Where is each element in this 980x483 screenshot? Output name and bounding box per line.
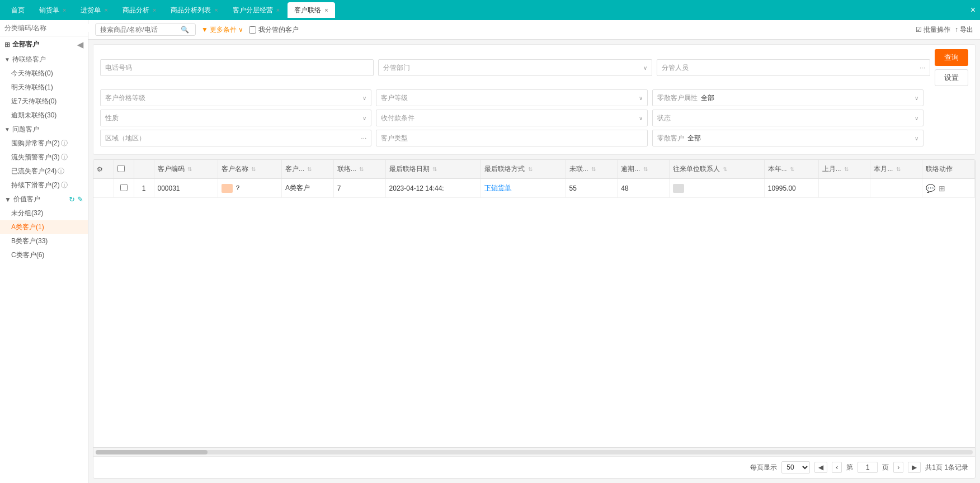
region-dots[interactable]: ··· xyxy=(361,134,366,142)
my-customers-filter[interactable]: 我分管的客户 xyxy=(249,25,299,35)
refresh-icon[interactable]: ↻ xyxy=(69,195,75,203)
main-search-icon[interactable]: 🔍 xyxy=(181,26,189,34)
close-analysis-list-tab[interactable]: × xyxy=(214,7,218,13)
tab-analysis[interactable]: 商品分析 × xyxy=(116,2,163,18)
filter-retail-attr[interactable]: 零散客户属性 全部 ∨ xyxy=(652,89,924,106)
col-no-contact[interactable]: 未联... ⇅ xyxy=(566,160,618,179)
export-btn[interactable]: ↑ 导出 xyxy=(955,25,973,35)
more-conditions-btn[interactable]: ▼ 更多条件 ∨ xyxy=(201,25,243,35)
filter-person[interactable]: 分管人员 ··· xyxy=(657,59,930,76)
close-analysis-tab[interactable]: × xyxy=(153,7,156,13)
prev-page-btn[interactable]: ‹ xyxy=(832,462,842,473)
select-all-checkbox[interactable] xyxy=(117,165,125,172)
close-customer-layer-tab[interactable]: × xyxy=(276,7,280,13)
page-suffix: 页 xyxy=(882,463,889,472)
all-customers-header[interactable]: ⊞ 全部客户 ◀ xyxy=(0,36,88,53)
row-unit-contact xyxy=(670,179,765,198)
sidebar-item-week[interactable]: 近7天待联络(0) xyxy=(0,94,88,108)
row-last-method[interactable]: 下销货单 xyxy=(481,179,566,198)
sidebar-item-overdue[interactable]: 逾期未联络(30) xyxy=(0,108,88,122)
phone-label: 电话号码 xyxy=(105,63,132,73)
row-select-checkbox[interactable] xyxy=(120,184,128,191)
col-last-date[interactable]: 最后联络日期 ⇅ xyxy=(385,160,481,179)
sort-no-contact-icon: ⇅ xyxy=(591,166,596,172)
next-page-btn[interactable]: › xyxy=(893,462,903,473)
filter-price-level[interactable]: 客户价格等级 ∨ xyxy=(100,89,371,106)
export-icon: ↑ xyxy=(955,26,958,34)
tab-customer-layer[interactable]: 客户分层经营 × xyxy=(226,2,286,18)
close-purchase-tab[interactable]: × xyxy=(104,7,107,13)
sidebar-search-input[interactable] xyxy=(4,24,88,32)
sidebar-item-c-class[interactable]: C类客户(6) xyxy=(0,248,88,262)
col-type[interactable]: 客户... ⇅ xyxy=(282,160,334,179)
sidebar-item-a-class[interactable]: A类客户(1) xyxy=(0,220,88,234)
sidebar-item-tomorrow[interactable]: 明天待联络(1) xyxy=(0,80,88,94)
filter-row-1: 电话号码 分管部门 ∨ 分管人员 ··· 查询 设置 xyxy=(100,49,968,86)
filter-dept[interactable]: 分管部门 ∨ xyxy=(378,59,652,76)
close-customer-contact-tab[interactable]: × xyxy=(324,7,328,13)
query-button[interactable]: 查询 xyxy=(935,49,968,66)
tab-customer-contact[interactable]: 客户联络 × xyxy=(288,2,334,18)
tab-analysis-list[interactable]: 商品分析列表 × xyxy=(164,2,224,18)
col-name[interactable]: 客户名称 ⇅ xyxy=(218,160,281,179)
sidebar-item-abnormal[interactable]: 囤购异常客户(2) ⓘ xyxy=(0,136,88,150)
filter-status[interactable]: 状态 ∨ xyxy=(652,110,924,126)
last-method-link[interactable]: 下销货单 xyxy=(484,184,511,192)
page-size-select[interactable]: 50 100 200 xyxy=(781,461,810,473)
comment-icon[interactable]: 💬 xyxy=(926,184,935,193)
col-last-method[interactable]: 最后联络方式 ⇅ xyxy=(481,160,566,179)
filter-retail[interactable]: 零散客户 全部 ∨ xyxy=(652,130,924,146)
close-all-tabs[interactable]: × xyxy=(970,5,976,15)
nature-arrow: ∨ xyxy=(362,115,366,121)
group-value[interactable]: ▼ 价值客户 ↻ ✎ xyxy=(0,192,88,206)
col-this-month[interactable]: 本月... ⇅ xyxy=(870,160,922,179)
qr-icon[interactable]: ⊞ xyxy=(939,184,945,193)
chevron-down-icon: ∨ xyxy=(238,26,243,34)
sidebar-item-decline[interactable]: 持续下滑客户(2) ⓘ xyxy=(0,178,88,192)
first-page-btn[interactable]: ◀ xyxy=(814,462,827,473)
page-number-input[interactable] xyxy=(858,462,878,473)
col-contact[interactable]: 联络... ⇅ xyxy=(333,160,385,179)
row-contact: 7 xyxy=(333,179,385,198)
filter-row-3: 性质 ∨ 收付款条件 ∨ 状态 ∨ xyxy=(100,110,968,126)
sort-month-icon: ⇅ xyxy=(896,166,901,172)
sidebar-item-unclassified[interactable]: 未分组(32) xyxy=(0,206,88,220)
col-unit-contact[interactable]: 往来单位联系人 ⇅ xyxy=(670,160,765,179)
horizontal-scrollbar[interactable] xyxy=(93,447,975,456)
last-page-btn[interactable]: ▶ xyxy=(908,462,921,473)
retail-arrow: ∨ xyxy=(915,135,918,141)
tab-home[interactable]: 首页 xyxy=(4,2,31,18)
edit-icon[interactable]: ✎ xyxy=(77,195,83,203)
col-settings[interactable]: ⚙ xyxy=(93,160,114,179)
filter-customer-level[interactable]: 客户等级 ∨ xyxy=(376,89,647,106)
badge-warning: ⓘ xyxy=(61,153,68,162)
filter-nature[interactable]: 性质 ∨ xyxy=(100,110,371,126)
col-this-year[interactable]: 本年... ⇅ xyxy=(764,160,818,179)
group-problem[interactable]: ▼ 问题客户 xyxy=(0,122,88,136)
customer-type-label: 客户类型 xyxy=(381,134,408,143)
settings-button[interactable]: 设置 xyxy=(935,69,968,86)
main-search-input[interactable] xyxy=(100,26,178,34)
person-label: 分管人员 xyxy=(662,63,689,73)
sidebar-item-b-class[interactable]: B类客户(33) xyxy=(0,234,88,248)
batch-operation-btn[interactable]: ☑ 批量操作 xyxy=(916,25,950,35)
col-code[interactable]: 客户编码 ⇅ xyxy=(154,160,218,179)
customer-level-arrow: ∨ xyxy=(639,95,643,101)
sidebar-item-warning[interactable]: 流失预警客户(3) ⓘ xyxy=(0,150,88,164)
scroll-thumb[interactable] xyxy=(96,450,208,454)
total-info: 共1页 1条记录 xyxy=(925,463,968,472)
group-pending-contact[interactable]: ▼ 待联络客户 xyxy=(0,53,88,67)
person-dots[interactable]: ··· xyxy=(920,64,925,72)
sidebar-item-today[interactable]: 今天待联络(0) xyxy=(0,67,88,80)
tab-sales[interactable]: 销货单 × xyxy=(32,2,73,18)
col-overdue[interactable]: 逾期... ⇅ xyxy=(618,160,670,179)
my-customers-checkbox[interactable] xyxy=(249,26,256,34)
close-sales-tab[interactable]: × xyxy=(63,7,66,13)
sidebar-collapse-icon[interactable]: ◀ xyxy=(77,40,83,49)
col-last-month[interactable]: 上月... ⇅ xyxy=(818,160,870,179)
sidebar-item-lost[interactable]: 已流失客户(24) ⓘ xyxy=(0,164,88,178)
row-type: A类客户 xyxy=(282,179,334,198)
tab-purchase[interactable]: 进货单 × xyxy=(74,2,114,18)
filter-payment[interactable]: 收付款条件 ∨ xyxy=(376,110,647,126)
name-color-block xyxy=(222,184,233,193)
